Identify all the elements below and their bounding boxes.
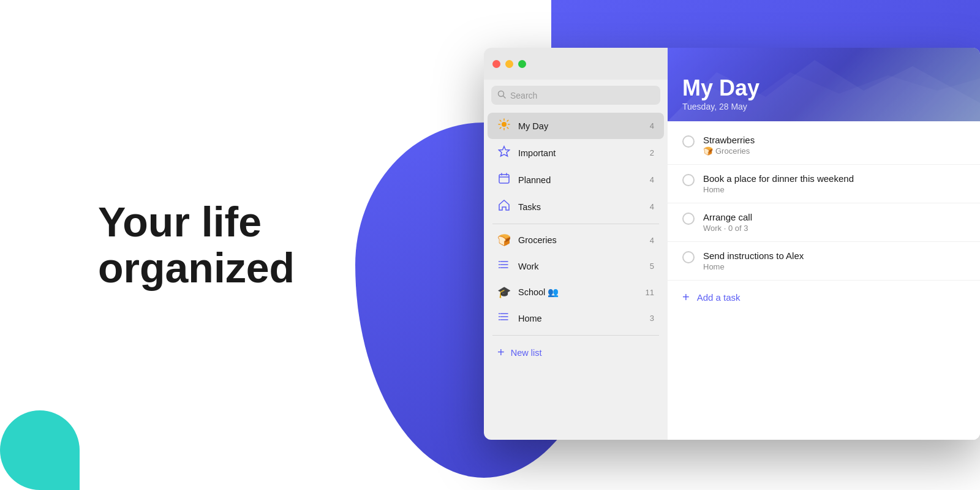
sidebar-item-tasks[interactable]: Tasks 4 — [488, 194, 664, 220]
work-count: 5 — [650, 262, 654, 271]
school-count: 11 — [646, 288, 654, 297]
tasks-count: 4 — [650, 202, 654, 211]
task-body-send-instructions: Send instructions to Alex Home — [703, 251, 965, 271]
school-label: School 👥 — [518, 287, 638, 298]
svg-point-25 — [499, 313, 500, 314]
task-item-arrange-call[interactable]: Arrange call Work · 0 of 3 — [668, 203, 980, 242]
search-icon — [497, 90, 506, 100]
task-item-dinner[interactable]: Book a place for dinner this weekend Hom… — [668, 165, 980, 203]
title-bar — [484, 48, 668, 80]
hero-title: Your life organized — [98, 199, 295, 291]
task-meta-text-dinner: Home — [703, 185, 725, 194]
search-bar[interactable]: Search — [491, 86, 660, 105]
main-header: My Day Tuesday, 28 May — [668, 48, 980, 121]
search-placeholder: Search — [510, 91, 537, 100]
home-list-icon — [497, 311, 511, 326]
task-checkbox-send-instructions[interactable] — [682, 251, 695, 263]
groceries-count: 4 — [650, 236, 654, 245]
svg-point-19 — [499, 261, 500, 262]
important-label: Important — [518, 148, 643, 158]
minimize-button[interactable] — [505, 60, 513, 68]
svg-marker-11 — [499, 146, 510, 156]
add-task-button[interactable]: + Add a task — [668, 281, 980, 314]
graduation-icon: 🎓 — [497, 285, 511, 299]
sidebar-item-home[interactable]: Home 3 — [488, 305, 664, 331]
task-meta-text-arrange-call: Work · 0 of 3 — [703, 224, 748, 233]
task-name-dinner: Book a place for dinner this weekend — [703, 173, 965, 184]
new-list-button[interactable]: + New list — [488, 339, 664, 366]
groceries-label: Groceries — [518, 235, 643, 245]
task-meta-strawberries: 🍞 Groceries — [703, 146, 965, 156]
app-window: Search — [484, 48, 980, 440]
sidebar: Search — [484, 48, 668, 440]
task-meta-send-instructions: Home — [703, 262, 965, 271]
task-name-send-instructions: Send instructions to Alex — [703, 251, 965, 261]
task-body-dinner: Book a place for dinner this weekend Hom… — [703, 173, 965, 194]
task-checkbox-dinner[interactable] — [682, 174, 695, 186]
planned-label: Planned — [518, 175, 643, 185]
svg-line-8 — [507, 127, 508, 129]
my-day-count: 4 — [650, 121, 654, 130]
star-icon — [497, 145, 511, 160]
task-list: Strawberries 🍞 Groceries Book a place fo… — [668, 121, 980, 440]
planned-count: 4 — [650, 175, 654, 184]
svg-line-7 — [500, 120, 501, 121]
svg-line-10 — [500, 127, 501, 129]
sidebar-item-important[interactable]: Important 2 — [488, 140, 664, 166]
svg-point-26 — [499, 316, 500, 317]
svg-line-9 — [507, 120, 508, 121]
sun-icon — [497, 118, 511, 134]
sidebar-nav: My Day 4 Important 2 — [484, 110, 668, 440]
nav-separator-2 — [492, 335, 659, 336]
add-task-plus-icon: + — [682, 290, 690, 304]
new-list-label: New list — [511, 348, 542, 358]
tasks-label: Tasks — [518, 202, 643, 212]
nav-separator-1 — [492, 224, 659, 224]
svg-point-20 — [499, 264, 500, 265]
task-checkbox-arrange-call[interactable] — [682, 213, 695, 225]
svg-rect-12 — [499, 175, 509, 183]
svg-point-2 — [502, 122, 507, 127]
close-button[interactable] — [492, 60, 500, 68]
task-name-strawberries: Strawberries — [703, 135, 965, 145]
house-icon — [497, 199, 511, 214]
task-item-strawberries[interactable]: Strawberries 🍞 Groceries — [668, 126, 980, 165]
task-name-arrange-call: Arrange call — [703, 212, 965, 222]
task-meta-emoji-strawberries: 🍞 — [703, 146, 713, 156]
task-body-strawberries: Strawberries 🍞 Groceries — [703, 135, 965, 156]
hero-section: Your life organized — [98, 199, 295, 291]
page-subtitle: Tuesday, 28 May — [682, 102, 965, 111]
page-title: My Day — [682, 76, 965, 100]
task-meta-text-strawberries: Groceries — [715, 146, 750, 156]
home-label: Home — [518, 314, 643, 323]
task-meta-dinner: Home — [703, 185, 965, 194]
task-body-arrange-call: Arrange call Work · 0 of 3 — [703, 212, 965, 233]
work-list-icon — [497, 258, 511, 274]
task-item-send-instructions[interactable]: Send instructions to Alex Home — [668, 242, 980, 281]
home-count: 3 — [650, 314, 654, 323]
bg-shape-teal — [0, 410, 80, 490]
sidebar-item-school[interactable]: 🎓 School 👥 11 — [488, 280, 664, 304]
sidebar-item-groceries[interactable]: 🍞 Groceries 4 — [488, 228, 664, 252]
my-day-label: My Day — [518, 121, 643, 131]
calendar-icon — [497, 172, 511, 187]
svg-point-21 — [499, 267, 500, 268]
sidebar-item-my-day[interactable]: My Day 4 — [488, 113, 664, 139]
main-content: My Day Tuesday, 28 May Strawberries 🍞 Gr… — [668, 48, 980, 440]
sidebar-item-work[interactable]: Work 5 — [488, 253, 664, 279]
task-meta-text-send-instructions: Home — [703, 262, 725, 271]
sidebar-item-planned[interactable]: Planned 4 — [488, 167, 664, 193]
bread-icon: 🍞 — [497, 233, 511, 247]
svg-point-27 — [499, 319, 500, 320]
important-count: 2 — [650, 148, 654, 157]
task-meta-arrange-call: Work · 0 of 3 — [703, 224, 965, 233]
task-checkbox-strawberries[interactable] — [682, 135, 695, 148]
work-label: Work — [518, 262, 643, 271]
add-task-label: Add a task — [697, 292, 741, 303]
new-list-plus-icon: + — [497, 345, 505, 360]
maximize-button[interactable] — [518, 60, 526, 68]
svg-line-1 — [503, 96, 506, 99]
